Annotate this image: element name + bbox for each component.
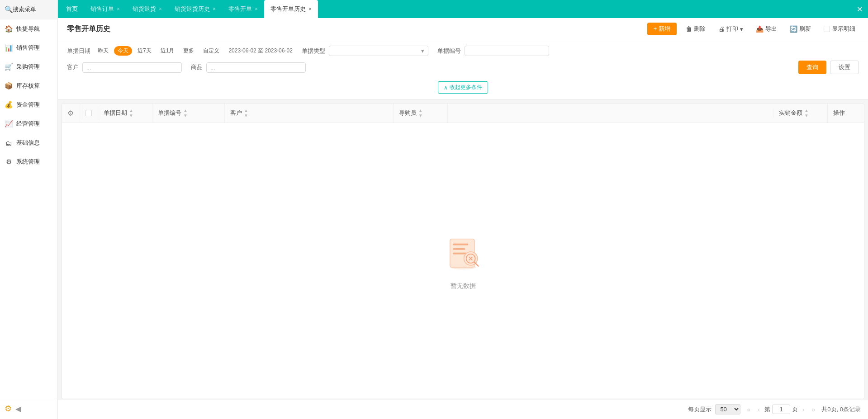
date-opt-yesterday[interactable]: 昨天 [94, 46, 112, 56]
filter-date-options: 昨天 今天 近7天 近1月 更多 自定义 [94, 46, 223, 56]
sort-date-icon[interactable]: ▲▼ [129, 108, 133, 118]
sidebar-item-sales-mgmt[interactable]: 📊 销售管理 [0, 38, 57, 57]
date-opt-1month[interactable]: 近1月 [157, 46, 178, 56]
sort-customer-icon[interactable]: ▲▼ [244, 108, 248, 118]
sort-num-icon[interactable]: ▲▼ [183, 108, 188, 118]
tab-sales-order[interactable]: 销售订单 × [84, 0, 126, 18]
print-button[interactable]: 🖨 打印 ▾ [715, 23, 747, 35]
tab-sales-return-history[interactable]: 销货退货历史 × [168, 0, 222, 18]
sidebar-item-operation[interactable]: 📈 经营管理 [0, 114, 57, 133]
print-dropdown-icon[interactable]: ▾ [740, 26, 743, 33]
filter-date-range: 2023-06-02 至 2023-06-02 [228, 47, 292, 55]
filter-customer-select[interactable]: ... [82, 62, 182, 73]
filter-goods-field: 商品 ... [191, 62, 306, 73]
sidebar-label-base-info: 基础信息 [16, 139, 40, 147]
page-header: 零售开单历史 + 新增 🗑 删除 🖨 打印 ▾ 📤 导出 [58, 18, 868, 40]
operation-icon: 📈 [5, 120, 13, 128]
sidebar-item-purchase-mgmt[interactable]: 🛒 采购管理 [0, 57, 57, 76]
pagination-bar: 每页显示 20 50 100 « ‹ 第 页 › » 共0页, 0条记录 [58, 399, 868, 419]
page-size-select[interactable]: 20 50 100 [715, 404, 740, 414]
tab-retail-open-history-label: 零售开单历史 [270, 5, 306, 13]
th-amount-label: 实销金额 [779, 109, 802, 117]
filter-doc-type-field: 单据类型 ▾ [302, 46, 428, 56]
filter-goods-select[interactable]: ... [206, 62, 306, 73]
th-num[interactable]: 单据编号 ▲▼ [152, 104, 225, 122]
date-opt-today[interactable]: 今天 [114, 46, 132, 56]
tab-retail-open-label: 零售开单 [228, 5, 252, 13]
filter-customer-value: ... [86, 64, 91, 71]
th-extra [448, 108, 773, 118]
sidebar-item-finance[interactable]: 💰 资金管理 [0, 95, 57, 114]
collapse-filter-button[interactable]: ∧ 收起更多条件 [438, 81, 488, 94]
page-size-label: 每页显示 [688, 405, 711, 414]
next-page-button[interactable]: › [800, 405, 807, 414]
sidebar-item-quick-nav[interactable]: 🏠 快捷导航 [0, 19, 57, 38]
tab-sales-return-history-label: 销货退货历史 [175, 5, 210, 13]
settings-button[interactable]: ⚙ [5, 404, 12, 414]
filter-doc-type-select[interactable]: ▾ [329, 46, 428, 56]
page-content: 零售开单历史 + 新增 🗑 删除 🖨 打印 ▾ 📤 导出 [58, 18, 868, 419]
sort-amount-icon[interactable]: ▲▼ [804, 108, 809, 118]
sys-icon: ⚙ [5, 158, 13, 166]
table-settings-icon[interactable]: ⚙ [67, 109, 74, 118]
sidebar-label-operation: 经营管理 [16, 120, 40, 128]
filter-doc-num-input[interactable] [465, 46, 549, 56]
settings-filter-button[interactable]: 设置 [830, 61, 859, 74]
query-button[interactable]: 查询 [798, 61, 826, 74]
prev-page-button[interactable]: ‹ [755, 405, 763, 414]
filter-row-2: 客户 ... 商品 ... 查询 设置 [67, 61, 859, 74]
sidebar: 🔍 搜索采单 🏠 快捷导航 📊 销售管理 🛒 采购管理 📦 库存核算 💰 资金管… [0, 0, 58, 419]
refresh-icon: 🔄 [790, 25, 797, 33]
empty-icon [441, 231, 486, 277]
delete-button[interactable]: 🗑 删除 [682, 23, 709, 35]
filter-customer-label: 客户 [67, 63, 79, 71]
th-guide[interactable]: 导购员 ▲▼ [394, 104, 448, 122]
page-title: 零售开单历史 [67, 24, 110, 34]
page-nav: « ‹ 第 页 › » [744, 405, 818, 414]
tab-retail-open-history-close[interactable]: × [308, 6, 312, 12]
collapse-filter-label: 收起更多条件 [450, 84, 482, 91]
date-opt-7days[interactable]: 近7天 [134, 46, 155, 56]
tab-retail-open[interactable]: 零售开单 × [222, 0, 264, 18]
tab-sales-return-close[interactable]: × [159, 6, 162, 12]
tab-sales-return-history-close[interactable]: × [213, 6, 216, 12]
th-ops-label: 操作 [833, 109, 845, 117]
tab-sales-return[interactable]: 销货退货 × [126, 0, 168, 18]
collapse-sidebar-button[interactable]: ◀ [15, 405, 21, 413]
tab-retail-open-close[interactable]: × [255, 6, 258, 12]
add-button-label: + 新增 [654, 25, 670, 33]
sidebar-item-base-info[interactable]: 🗂 基础信息 [0, 133, 57, 152]
date-opt-custom[interactable]: 自定义 [199, 46, 223, 56]
finance-icon: 💰 [5, 101, 13, 109]
date-opt-more[interactable]: 更多 [180, 46, 198, 56]
th-date[interactable]: 单据日期 ▲▼ [98, 104, 152, 122]
sidebar-search[interactable]: 🔍 搜索采单 [0, 0, 57, 19]
last-page-button[interactable]: » [809, 405, 818, 414]
tab-home[interactable]: 首页 [60, 0, 84, 18]
empty-state: 暂无数据 [62, 123, 864, 399]
th-customer[interactable]: 客户 ▲▼ [225, 104, 394, 122]
show-detail-button[interactable]: 显示明细 [820, 23, 859, 35]
tab-retail-open-history[interactable]: 零售开单历史 × [264, 0, 318, 18]
th-amount[interactable]: 实销金额 ▲▼ [773, 104, 828, 122]
th-check [80, 105, 98, 121]
tab-home-label: 首页 [66, 5, 78, 13]
add-button[interactable]: + 新增 [647, 23, 677, 35]
export-button[interactable]: 📤 导出 [752, 23, 781, 35]
sort-guide-icon[interactable]: ▲▼ [418, 108, 423, 118]
select-all-checkbox[interactable] [85, 110, 92, 116]
print-button-label: 打印 [726, 25, 738, 33]
current-page-input[interactable] [772, 405, 790, 414]
window-close-button[interactable]: ✕ [857, 5, 863, 14]
filter-doc-num-label: 单据编号 [437, 47, 461, 55]
base-info-icon: 🗂 [5, 139, 13, 147]
refresh-button[interactable]: 🔄 刷新 [786, 23, 815, 35]
th-ops: 操作 [828, 104, 864, 122]
tab-sales-order-close[interactable]: × [117, 6, 120, 12]
sidebar-item-sys-mgmt[interactable]: ⚙ 系统管理 [0, 152, 57, 171]
show-detail-checkbox[interactable] [824, 26, 830, 32]
th-customer-label: 客户 [230, 109, 242, 117]
sidebar-label-sys-mgmt: 系统管理 [16, 158, 40, 166]
first-page-button[interactable]: « [744, 405, 753, 414]
sidebar-item-inventory[interactable]: 📦 库存核算 [0, 76, 57, 95]
